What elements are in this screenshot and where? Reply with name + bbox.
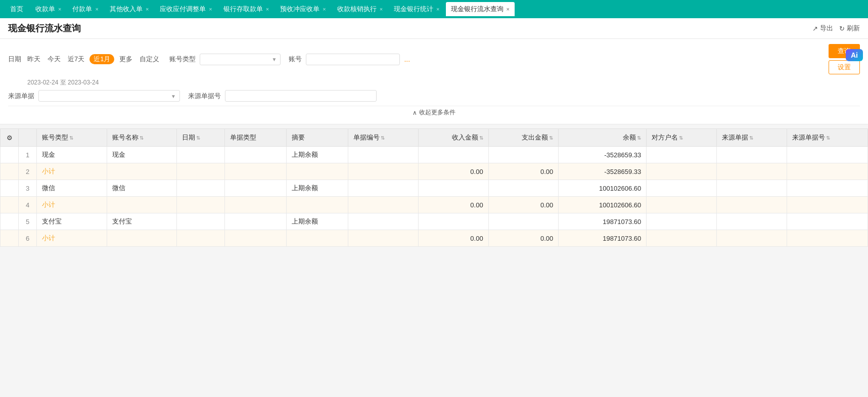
cell-expense	[488, 147, 559, 163]
cell-expense: 0.00	[488, 230, 559, 247]
cell-source-doc-no	[787, 230, 867, 247]
ai-badge[interactable]: Ai	[846, 49, 863, 61]
cell-date	[177, 230, 225, 247]
tab-现金银行统计[interactable]: 现金银行统计 ×	[389, 2, 444, 16]
tab-其他收入单[interactable]: 其他收入单 ×	[105, 2, 154, 16]
export-button[interactable]: ↗ 导出	[812, 24, 833, 33]
table-body: 1现金现金上期余额-3528659.332小计0.000.00-3528659.…	[1, 147, 868, 247]
cell-counterparty	[647, 163, 717, 180]
close-tab-预收冲应收单[interactable]: ×	[323, 6, 326, 12]
cell-source-doc-no	[787, 163, 867, 180]
source-doc-select[interactable]	[38, 90, 180, 102]
account-input[interactable]	[306, 54, 400, 65]
cell-doc-no	[348, 163, 419, 180]
close-tab-现金银行统计[interactable]: ×	[436, 6, 439, 12]
cell-settings	[1, 147, 19, 163]
cell-balance: -3528659.33	[559, 147, 647, 163]
close-tab-现金银行流水查询[interactable]: ×	[507, 6, 510, 12]
cell-expense	[488, 213, 559, 230]
tab-现金银行流水查询[interactable]: 现金银行流水查询 ×	[446, 2, 515, 16]
tab-预收冲应收单[interactable]: 预收冲应收单 ×	[275, 2, 331, 16]
close-tab-收款核销执行[interactable]: ×	[380, 6, 383, 12]
close-tab-收款单[interactable]: ×	[58, 6, 61, 12]
column-account-type[interactable]: 账号类型⇅	[37, 129, 107, 147]
source-doc-num-input[interactable]	[225, 90, 377, 102]
sort-icon-source-doc-no: ⇅	[826, 135, 830, 141]
tab-应收应付调整单[interactable]: 应收应付调整单 ×	[155, 2, 217, 16]
home-nav-item[interactable]: 首页	[4, 5, 29, 14]
date-opt-yesterday[interactable]: 昨天	[25, 54, 42, 64]
tab-收款单[interactable]: 收款单 ×	[30, 2, 66, 16]
source-doc-filter-group: 来源单据	[8, 90, 180, 102]
cell-settings	[1, 180, 19, 197]
date-opt-7days[interactable]: 近7天	[66, 54, 86, 64]
cell-doc-type	[225, 197, 287, 213]
cell-doc-no	[348, 180, 419, 197]
close-tab-银行存取款单[interactable]: ×	[266, 6, 269, 12]
column-counterparty[interactable]: 对方户名⇅	[647, 129, 717, 147]
cell-settings	[1, 163, 19, 180]
column-source-doc-no[interactable]: 来源单据号⇅	[787, 129, 867, 147]
tab-付款单[interactable]: 付款单 ×	[67, 2, 103, 16]
cell-doc-type	[225, 230, 287, 247]
cell-settings	[1, 230, 19, 247]
page-header: 现金银行流水查询 ↗ 导出 ↻ 刷新	[0, 18, 868, 39]
cell-balance: 19871073.60	[559, 230, 647, 247]
cell-counterparty	[647, 230, 717, 247]
cell-counterparty	[647, 197, 717, 213]
column-source-doc[interactable]: 来源单据⇅	[716, 129, 787, 147]
column-doc-type: 单据类型	[225, 129, 287, 147]
close-tab-应收应付调整单[interactable]: ×	[209, 6, 212, 12]
cell-source-doc-no	[787, 197, 867, 213]
sort-icon-doc-no: ⇅	[381, 135, 385, 141]
cell-balance: 19871073.60	[559, 213, 647, 230]
account-filter-group: 账号 ...	[289, 54, 410, 65]
cell-source-doc	[716, 197, 787, 213]
cell-summary: 上期余额	[287, 147, 348, 163]
refresh-button[interactable]: ↻ 刷新	[839, 24, 860, 33]
export-icon: ↗	[812, 25, 818, 32]
settings-button[interactable]: 设置	[829, 60, 860, 74]
cell-date	[177, 163, 225, 180]
header-actions: ↗ 导出 ↻ 刷新	[812, 24, 860, 33]
table-row: 5支付宝支付宝上期余额19871073.60	[1, 213, 868, 230]
column-account-name[interactable]: 账号名称⇅	[107, 129, 177, 147]
collapse-bar[interactable]: ∧ 收起更多条件	[8, 106, 860, 119]
date-opt-today[interactable]: 今天	[45, 54, 63, 64]
cell-source-doc	[716, 180, 787, 197]
close-tab-付款单[interactable]: ×	[95, 6, 98, 12]
column-expense[interactable]: 支出金额⇅	[488, 129, 559, 147]
cell-income: 0.00	[419, 197, 489, 213]
date-opt-more[interactable]: 更多	[117, 54, 134, 64]
filter-row-2: 来源单据 来源单据号	[8, 90, 860, 102]
tab-银行存取款单[interactable]: 银行存取款单 ×	[218, 2, 274, 16]
column-doc-no[interactable]: 单据编号⇅	[348, 129, 419, 147]
source-doc-select-wrapper	[38, 90, 180, 102]
cell-account-name	[107, 163, 177, 180]
cell-account-type: 现金	[37, 147, 107, 163]
column-settings[interactable]: ⚙	[1, 129, 19, 147]
column-income[interactable]: 收入金额⇅	[419, 129, 489, 147]
cell-account-name	[107, 197, 177, 213]
sort-icon-balance: ⇅	[637, 135, 641, 141]
date-opt-custom[interactable]: 自定义	[138, 54, 161, 64]
date-opt-1month[interactable]: 近1月	[89, 54, 114, 64]
gear-icon[interactable]: ⚙	[7, 134, 13, 142]
close-tab-其他收入单[interactable]: ×	[146, 6, 149, 12]
account-type-select-wrapper	[200, 54, 281, 65]
cell-doc-no	[348, 147, 419, 163]
tab-收款核销执行[interactable]: 收款核销执行 ×	[332, 2, 388, 16]
cell-source-doc-no	[787, 180, 867, 197]
cell-num: 6	[19, 230, 37, 247]
account-dots-button[interactable]: ...	[404, 55, 410, 63]
column-date[interactable]: 日期⇅	[177, 129, 225, 147]
column-num	[19, 129, 37, 147]
source-doc-num-filter-group: 来源单据号	[188, 90, 377, 102]
column-balance[interactable]: 余额⇅	[559, 129, 647, 147]
cell-income: 0.00	[419, 230, 489, 247]
cell-doc-type	[225, 163, 287, 180]
cell-account-name	[107, 230, 177, 247]
refresh-icon: ↻	[839, 25, 845, 32]
account-type-select[interactable]	[200, 54, 281, 65]
cell-source-doc	[716, 213, 787, 230]
